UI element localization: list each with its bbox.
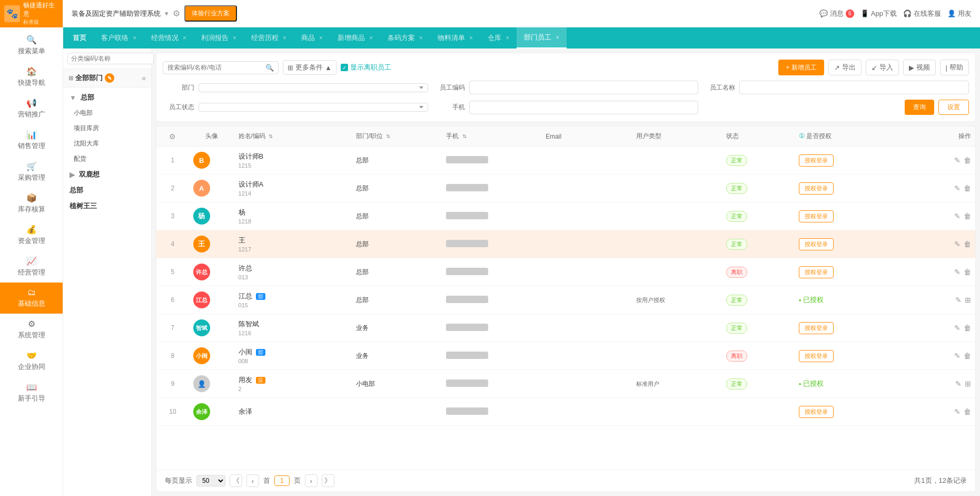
tab-close-dept-staff[interactable]: × <box>556 34 559 41</box>
search-input[interactable] <box>167 64 263 71</box>
sidebar-item-search[interactable]: 🔍 搜索菜单 <box>0 30 63 61</box>
edit-btn-7[interactable]: ✎ <box>954 324 961 332</box>
col-settings-icon[interactable]: ⚙ <box>169 132 176 141</box>
sidebar-item-sales[interactable]: 📊 销售管理 <box>0 124 63 156</box>
tab-close-journey[interactable]: × <box>283 34 286 42</box>
phone-sort-icon[interactable]: ⇅ <box>462 133 467 139</box>
tab-close-new-goods[interactable]: × <box>369 34 373 42</box>
dept-edit-icon[interactable]: ✎ <box>105 73 114 83</box>
online-service-btn[interactable]: 🎧 在线客服 <box>903 9 941 18</box>
dept-item-distribution[interactable]: 配货 <box>63 151 151 167</box>
dept-search-input[interactable] <box>67 53 154 64</box>
delete-btn-10[interactable]: 🗑 <box>964 407 971 416</box>
tab-journey[interactable]: 经营历程 × <box>244 27 294 48</box>
dept-item-electronics[interactable]: 小电部 <box>63 105 151 121</box>
tab-operations[interactable]: 经营情况 × <box>144 27 194 48</box>
tab-bom[interactable]: 物料清单 × <box>430 27 480 48</box>
tab-goods[interactable]: 商品 × <box>294 27 330 48</box>
settings-button[interactable]: 设置 <box>938 100 969 115</box>
tab-close-operations[interactable]: × <box>183 34 186 42</box>
authorize-btn-3[interactable]: 授权登录 <box>799 210 834 222</box>
next-page-btn[interactable]: › <box>305 474 318 487</box>
tab-warehouse[interactable]: 仓库 × <box>480 27 517 48</box>
edit-btn-8[interactable]: ✎ <box>954 352 961 360</box>
emp-code-input[interactable] <box>469 81 699 94</box>
help-button[interactable]: | 帮助 <box>940 60 969 75</box>
edit-btn-6[interactable]: ✎ <box>955 296 962 304</box>
sidebar-item-purchase[interactable]: 🛒 采购管理 <box>0 156 63 188</box>
sidebar-item-guide[interactable]: 📖 新手引导 <box>0 377 63 409</box>
auth-info-icon[interactable]: ① <box>799 132 805 140</box>
phone-input[interactable] <box>469 101 699 114</box>
dept-item-shenyang[interactable]: 沈阳大库 <box>63 136 151 151</box>
edit-btn-4[interactable]: ✎ <box>954 240 961 248</box>
message-btn[interactable]: 💬 消息 6 <box>819 9 854 18</box>
export-button[interactable]: ↗ 导出 <box>828 60 862 75</box>
dept-sort-icon[interactable]: ⇅ <box>386 133 390 139</box>
view-button[interactable]: ▶ 视频 <box>903 60 936 75</box>
delete-btn-1[interactable]: 🗑 <box>964 156 971 164</box>
authorize-btn-8[interactable]: 授权登录 <box>799 350 834 362</box>
tab-profit[interactable]: 利润报告 × <box>194 27 244 48</box>
prev-page-btn[interactable]: ‹ <box>246 474 259 487</box>
search-icon[interactable]: 🔍 <box>265 64 274 72</box>
edit-btn-9[interactable]: ✎ <box>955 380 962 388</box>
tab-barcode[interactable]: 条码方案 × <box>380 27 430 48</box>
sidebar-item-inventory[interactable]: 📦 库存核算 <box>0 188 63 219</box>
user-avatar[interactable]: 👤 用友 <box>947 9 972 18</box>
tab-customer-contact[interactable]: 客户联络 × <box>94 27 144 48</box>
edit-btn-10[interactable]: ✎ <box>954 407 961 416</box>
first-page-btn[interactable]: 《 <box>230 474 242 487</box>
sidebar-item-marketing[interactable]: 📢 营销推广 <box>0 93 63 124</box>
edit-btn-1[interactable]: ✎ <box>954 156 961 164</box>
authorize-btn-7[interactable]: 授权登录 <box>799 322 834 334</box>
tab-dept-staff[interactable]: 部门员工 × <box>517 27 567 48</box>
edit-btn-5[interactable]: ✎ <box>954 268 961 276</box>
app-download-btn[interactable]: 📱 App下载 <box>860 9 897 18</box>
authorize-btn-1[interactable]: 授权登录 <box>799 154 834 167</box>
edit-btn-2[interactable]: ✎ <box>954 184 961 192</box>
name-sort-icon[interactable]: ⇅ <box>269 133 273 139</box>
edit-btn-3[interactable]: ✎ <box>954 212 961 220</box>
authorize-btn-5[interactable]: 授权登录 <box>799 266 834 278</box>
resigned-checkbox[interactable]: ✓ <box>341 64 348 71</box>
last-page-btn[interactable]: 》 <box>322 474 334 487</box>
show-resigned-toggle[interactable]: ✓ 显示离职员工 <box>341 63 391 72</box>
tab-close-bom[interactable]: × <box>469 34 473 42</box>
tab-home[interactable]: 首页 <box>65 27 94 48</box>
sidebar-item-quicknav[interactable]: 🏠 快捷导航 <box>0 61 63 93</box>
import-button[interactable]: ↙ 导入 <box>866 60 899 75</box>
query-button[interactable]: 查询 <box>905 100 934 115</box>
emp-name-input[interactable] <box>739 81 969 94</box>
tab-close-profit[interactable]: × <box>233 34 236 42</box>
dept-select[interactable] <box>199 83 428 92</box>
tab-new-goods[interactable]: 新增商品 × <box>330 27 380 48</box>
emp-status-select[interactable] <box>199 103 428 112</box>
add-employee-button[interactable]: + 新增员工 <box>778 60 824 75</box>
sidebar-item-operations[interactable]: 📈 经营管理 <box>0 251 63 283</box>
authorize-btn-4[interactable]: 授权登录 <box>799 238 834 250</box>
delete-btn-2[interactable]: 🗑 <box>964 184 971 192</box>
dept-collapse-btn[interactable]: « <box>142 74 146 82</box>
sidebar-item-basic-info[interactable]: 🗂 基础信息 <box>0 283 63 314</box>
trial-btn[interactable]: 体验行业方案 <box>184 5 237 22</box>
delete-btn-3[interactable]: 🗑 <box>964 212 971 220</box>
delete-btn-8[interactable]: 🗑 <box>964 352 971 360</box>
sidebar-item-cooperation[interactable]: 🤝 企业协同 <box>0 345 63 377</box>
tab-close-barcode[interactable]: × <box>419 34 423 42</box>
tab-close-customer[interactable]: × <box>133 34 136 42</box>
system-title-dropdown-icon[interactable]: ▾ <box>165 9 169 17</box>
delete-btn-7[interactable]: 🗑 <box>964 324 971 332</box>
authorize-btn-2[interactable]: 授权登录 <box>799 182 834 194</box>
settings-gear-icon[interactable]: ⚙ <box>173 8 180 18</box>
dept-item-project-storage[interactable]: 项目库房 <box>63 121 151 136</box>
tab-close-warehouse[interactable]: × <box>506 34 509 42</box>
tab-close-goods[interactable]: × <box>319 34 323 42</box>
sidebar-item-finance[interactable]: 💰 资金管理 <box>0 219 63 251</box>
sidebar-item-system[interactable]: ⚙ 系统管理 <box>0 314 63 345</box>
authorize-btn-10[interactable]: 授权登录 <box>799 406 834 418</box>
copy-btn-6[interactable]: ⊞ <box>965 296 971 304</box>
per-page-select[interactable]: 50 100 <box>196 475 225 487</box>
delete-btn-5[interactable]: 🗑 <box>964 268 971 276</box>
more-conditions-btn[interactable]: ⊞ 更多条件 ▲ <box>283 60 336 75</box>
